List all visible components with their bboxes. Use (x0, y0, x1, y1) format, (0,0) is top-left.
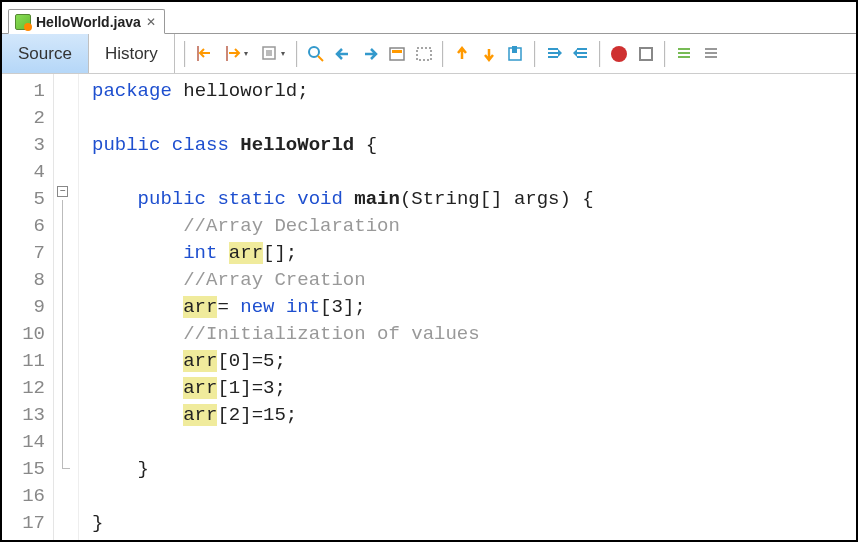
svg-rect-0 (197, 46, 199, 61)
fold-gutter: − (54, 74, 74, 540)
code-line: //Array Creation (92, 267, 856, 294)
java-file-icon (15, 14, 31, 30)
last-edit-icon[interactable] (192, 42, 216, 66)
find-icon-btn[interactable] (304, 42, 328, 66)
line-number: 15 (2, 456, 45, 483)
toggle-bookmark-btn[interactable] (504, 42, 528, 66)
highlight-box-icon (388, 45, 406, 63)
svg-rect-3 (266, 50, 272, 56)
code-line: arr[2]=15; (92, 402, 856, 429)
line-number: 11 (2, 348, 45, 375)
code-line: arr= new int[3]; (92, 294, 856, 321)
code-line: //Initialization of values (92, 321, 856, 348)
comment-btn[interactable] (672, 42, 696, 66)
code-line (92, 483, 856, 510)
tab-title: HelloWorld.java (36, 14, 141, 30)
comment-lines-icon (675, 45, 693, 63)
fold-end (62, 468, 70, 469)
toolbar: ▾ ▾ (175, 41, 856, 67)
code-line: int arr[]; (92, 240, 856, 267)
fold-line (62, 200, 63, 468)
back-cursor-icon (195, 45, 213, 63)
toggle-highlight-btn[interactable] (385, 42, 409, 66)
shift-left-btn[interactable] (542, 42, 566, 66)
code-line: public class HelloWorld { (92, 132, 856, 159)
down-bookmark-icon (480, 45, 498, 63)
line-number: 7 (2, 240, 45, 267)
uncomment-btn[interactable] (699, 42, 723, 66)
line-number: 16 (2, 483, 45, 510)
select-box-icon (261, 45, 279, 63)
line-number: 6 (2, 213, 45, 240)
shift-right-btn[interactable] (569, 42, 593, 66)
line-number: 12 (2, 375, 45, 402)
stop-icon (639, 47, 653, 61)
uncomment-lines-icon (702, 45, 720, 63)
svg-rect-10 (512, 46, 517, 53)
line-number: 14 (2, 429, 45, 456)
code-line (92, 429, 856, 456)
next-icon-btn[interactable] (358, 42, 382, 66)
code-line (92, 159, 856, 186)
prev-bookmark-btn[interactable] (450, 42, 474, 66)
line-number: 3 (2, 132, 45, 159)
svg-rect-6 (390, 48, 404, 60)
file-tab[interactable]: HelloWorld.java ✕ (8, 9, 165, 34)
next-bookmark-btn[interactable] (477, 42, 501, 66)
svg-line-5 (318, 56, 323, 61)
line-number: 5 (2, 186, 45, 213)
magnifier-icon (307, 45, 325, 63)
code-line: } (92, 456, 856, 483)
right-arrow-icon (361, 45, 379, 63)
view-bar: Source History ▾ ▾ (2, 34, 856, 74)
code-line (92, 105, 856, 132)
tab-source[interactable]: Source (2, 34, 89, 73)
indent-left-icon (545, 45, 563, 63)
macro-record-btn[interactable] (607, 42, 631, 66)
toggle-rect-btn[interactable] (412, 42, 436, 66)
tab-history[interactable]: History (89, 34, 175, 73)
up-bookmark-icon (453, 45, 471, 63)
prev-icon-btn[interactable] (331, 42, 355, 66)
svg-point-4 (309, 47, 319, 57)
line-number: 13 (2, 402, 45, 429)
svg-rect-1 (226, 46, 228, 61)
svg-rect-7 (392, 50, 402, 53)
forward-dd[interactable]: ▾ (219, 42, 253, 66)
line-number: 2 (2, 105, 45, 132)
code-line: arr[0]=5; (92, 348, 856, 375)
svg-rect-8 (417, 48, 431, 60)
selection-dd[interactable]: ▾ (256, 42, 290, 66)
forward-arrow-icon (224, 45, 242, 63)
fold-toggle[interactable]: − (57, 186, 68, 197)
line-number: 17 (2, 510, 45, 537)
code-line: public static void main(String[] args) { (92, 186, 856, 213)
dashed-rect-icon (415, 45, 433, 63)
record-icon (611, 46, 627, 62)
indent-right-icon (572, 45, 590, 63)
line-gutter: 1 2 3 4 5 6 7 8 9 10 11 12 13 14 15 16 1… (2, 74, 54, 540)
line-number: 8 (2, 267, 45, 294)
macro-stop-btn[interactable] (634, 42, 658, 66)
line-number: 1 (2, 78, 45, 105)
close-icon[interactable]: ✕ (146, 15, 156, 29)
bookmark-icon (507, 45, 525, 63)
code-line: arr[1]=3; (92, 375, 856, 402)
line-number: 4 (2, 159, 45, 186)
line-number: 9 (2, 294, 45, 321)
code-editor[interactable]: 1 2 3 4 5 6 7 8 9 10 11 12 13 14 15 16 1… (2, 74, 856, 540)
line-number: 10 (2, 321, 45, 348)
code-line: //Array Declaration (92, 213, 856, 240)
left-arrow-icon (334, 45, 352, 63)
code-line: package helloworld; (92, 78, 856, 105)
tab-bar: HelloWorld.java ✕ (2, 2, 856, 34)
code-line: } (92, 510, 856, 537)
code-area[interactable]: package helloworld; public class HelloWo… (74, 74, 856, 540)
